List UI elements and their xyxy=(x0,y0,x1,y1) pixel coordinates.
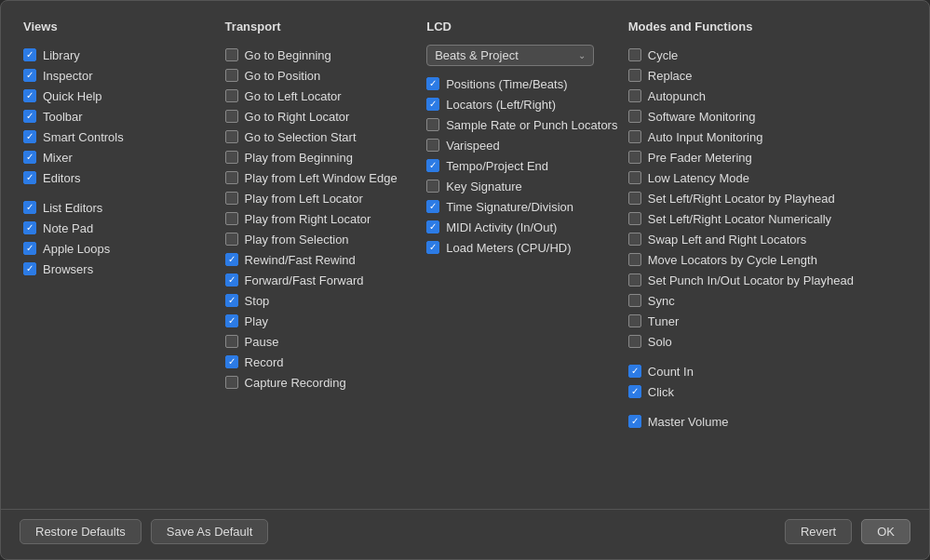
list-item[interactable]: Forward/Fast Forward xyxy=(225,270,418,290)
list-item[interactable]: Toolbar xyxy=(23,106,216,127)
list-item[interactable]: Play from Left Locator xyxy=(225,188,418,208)
list-item[interactable]: Go to Selection Start xyxy=(225,127,418,147)
list-item[interactable]: Autopunch xyxy=(628,86,897,106)
time-signature-checkbox[interactable] xyxy=(426,200,439,213)
list-item[interactable]: Play xyxy=(225,311,418,331)
note-pad-checkbox[interactable] xyxy=(23,221,36,234)
list-item[interactable]: Play from Right Locator xyxy=(225,208,418,229)
go-to-left-locator-checkbox[interactable] xyxy=(225,89,238,102)
list-item[interactable]: Solo xyxy=(628,331,897,352)
go-to-beginning-checkbox[interactable] xyxy=(225,48,238,61)
list-item[interactable]: Locators (Left/Right) xyxy=(426,94,619,114)
set-punch-locator-checkbox[interactable] xyxy=(628,273,641,287)
browsers-checkbox[interactable] xyxy=(23,262,36,275)
set-lr-locator-numerically-checkbox[interactable] xyxy=(628,212,641,225)
list-item[interactable]: Editors xyxy=(23,167,216,188)
list-item[interactable]: Tuner xyxy=(628,311,897,331)
list-item[interactable]: Mixer xyxy=(23,147,216,167)
list-item[interactable]: Library xyxy=(23,45,216,65)
stop-checkbox[interactable] xyxy=(225,294,238,307)
list-item[interactable]: Set Left/Right Locator by Playhead xyxy=(628,188,897,208)
sync-checkbox[interactable] xyxy=(628,294,641,307)
set-lr-locator-playhead-checkbox[interactable] xyxy=(628,192,641,205)
list-item[interactable]: Rewind/Fast Rewind xyxy=(225,249,418,270)
list-item[interactable]: Inspector xyxy=(23,65,216,86)
list-item[interactable]: Stop xyxy=(225,290,418,311)
list-item[interactable]: Record xyxy=(225,352,418,372)
list-item[interactable]: Play from Beginning xyxy=(225,147,418,167)
play-from-left-locator-checkbox[interactable] xyxy=(225,192,238,205)
list-item[interactable]: MIDI Activity (In/Out) xyxy=(426,217,619,237)
play-from-left-window-edge-checkbox[interactable] xyxy=(225,171,238,184)
lcd-dropdown[interactable]: Beats & Project ⌄ xyxy=(426,45,594,66)
midi-activity-checkbox[interactable] xyxy=(426,220,439,233)
list-item[interactable]: Key Signature xyxy=(426,176,619,196)
pause-checkbox[interactable] xyxy=(225,335,238,348)
list-item[interactable]: Smart Controls xyxy=(23,127,216,147)
list-item[interactable]: Sample Rate or Punch Locators xyxy=(426,114,619,135)
list-item[interactable]: Go to Beginning xyxy=(225,45,418,65)
inspector-checkbox[interactable] xyxy=(23,69,36,82)
list-item[interactable]: Pause xyxy=(225,331,418,352)
tuner-checkbox[interactable] xyxy=(628,314,641,327)
low-latency-mode-checkbox[interactable] xyxy=(628,171,641,184)
list-item[interactable]: Go to Left Locator xyxy=(225,86,418,106)
apple-loops-checkbox[interactable] xyxy=(23,242,36,255)
solo-checkbox[interactable] xyxy=(628,335,641,348)
master-volume-checkbox[interactable] xyxy=(628,415,641,428)
list-item[interactable]: Apple Loops xyxy=(23,238,216,259)
varispeed-checkbox[interactable] xyxy=(426,139,439,152)
record-checkbox[interactable] xyxy=(225,355,238,368)
list-item[interactable]: Go to Position xyxy=(225,65,418,86)
quick-help-checkbox[interactable] xyxy=(23,89,36,102)
go-to-position-checkbox[interactable] xyxy=(225,69,238,82)
list-item[interactable]: Replace xyxy=(628,65,897,86)
revert-button[interactable]: Revert xyxy=(785,519,852,544)
sample-rate-checkbox[interactable] xyxy=(426,118,439,131)
list-item[interactable]: Move Locators by Cycle Length xyxy=(628,249,897,270)
list-item[interactable]: List Editors xyxy=(23,197,216,218)
list-item[interactable]: Count In xyxy=(628,361,897,381)
list-item[interactable]: Click xyxy=(628,381,897,402)
list-item[interactable]: Master Volume xyxy=(628,411,897,432)
list-item[interactable]: Quick Help xyxy=(23,86,216,106)
pre-fader-metering-checkbox[interactable] xyxy=(628,151,641,164)
list-item[interactable]: Go to Right Locator xyxy=(225,106,418,127)
play-from-right-locator-checkbox[interactable] xyxy=(225,212,238,225)
editors-checkbox[interactable] xyxy=(23,171,36,184)
go-to-selection-start-checkbox[interactable] xyxy=(225,130,238,143)
save-as-default-button[interactable]: Save As Default xyxy=(151,519,269,544)
autopunch-checkbox[interactable] xyxy=(628,89,641,102)
list-item[interactable]: Play from Left Window Edge xyxy=(225,167,418,188)
cycle-checkbox[interactable] xyxy=(628,48,641,61)
list-editors-checkbox[interactable] xyxy=(23,201,36,214)
move-locators-checkbox[interactable] xyxy=(628,253,641,266)
play-checkbox[interactable] xyxy=(225,314,238,327)
library-checkbox[interactable] xyxy=(23,48,36,61)
click-checkbox[interactable] xyxy=(628,385,641,398)
toolbar-checkbox[interactable] xyxy=(23,110,36,123)
list-item[interactable]: Cycle xyxy=(628,45,897,65)
capture-recording-checkbox[interactable] xyxy=(225,376,238,389)
list-item[interactable]: Play from Selection xyxy=(225,229,418,249)
software-monitoring-checkbox[interactable] xyxy=(628,110,641,123)
key-signature-checkbox[interactable] xyxy=(426,180,439,193)
count-in-checkbox[interactable] xyxy=(628,365,641,378)
forward-checkbox[interactable] xyxy=(225,273,238,287)
list-item[interactable]: Positions (Time/Beats) xyxy=(426,73,619,94)
go-to-right-locator-checkbox[interactable] xyxy=(225,110,238,123)
ok-button[interactable]: OK xyxy=(861,519,910,544)
list-item[interactable]: Set Left/Right Locator Numerically xyxy=(628,208,897,229)
list-item[interactable]: Load Meters (CPU/HD) xyxy=(426,237,619,258)
list-item[interactable]: Tempo/Project End xyxy=(426,155,619,176)
mixer-checkbox[interactable] xyxy=(23,151,36,164)
locators-checkbox[interactable] xyxy=(426,98,439,111)
replace-checkbox[interactable] xyxy=(628,69,641,82)
tempo-checkbox[interactable] xyxy=(426,159,439,172)
list-item[interactable]: Browsers xyxy=(23,259,216,279)
list-item[interactable]: Set Punch In/Out Locator by Playhead xyxy=(628,270,897,290)
load-meters-checkbox[interactable] xyxy=(426,241,439,254)
positions-checkbox[interactable] xyxy=(426,77,439,90)
list-item[interactable]: Low Latency Mode xyxy=(628,167,897,188)
play-from-beginning-checkbox[interactable] xyxy=(225,151,238,164)
